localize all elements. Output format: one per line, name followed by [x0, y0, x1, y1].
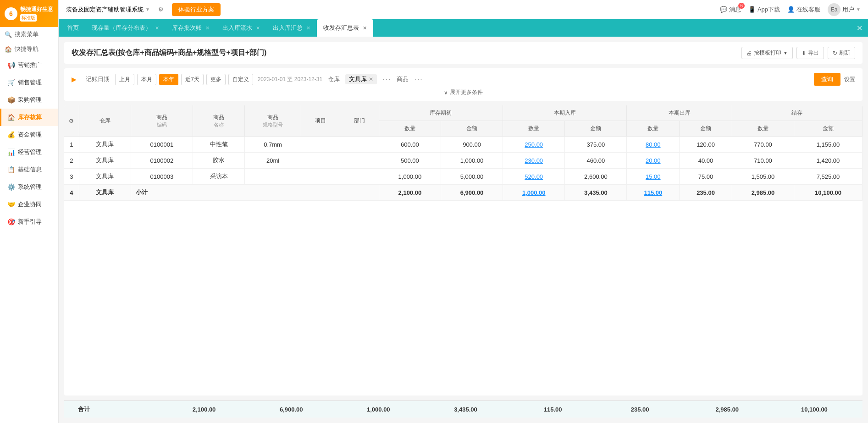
tab-home[interactable]: 首页 [61, 19, 85, 37]
refresh-icon: ↻ [833, 50, 837, 56]
cell-in-amt: 375.00 [565, 137, 627, 153]
search-menu-item[interactable]: 🔍 搜索菜单 [0, 27, 58, 42]
tab-in-out-summary[interactable]: 出入库汇总 ✕ [266, 19, 317, 37]
data-table-container: ⚙ 仓库 商品编码 商品名称 商品规格型号 项目 部门 库存期初 本期入库 本期… [64, 105, 862, 396]
sidebar-logo[interactable]: 6 畅捷通好生意 标准版 [0, 0, 58, 27]
tab-batch[interactable]: 库存批次账 ✕ [166, 19, 216, 37]
search-icon: 🔍 [5, 31, 12, 38]
cell-row-num: 1 [64, 137, 79, 153]
cell-out-qty[interactable]: 20.00 [627, 153, 680, 169]
setting-button[interactable]: 设置 [844, 76, 855, 83]
expand-conditions-button[interactable]: ∨ 展开更多条件 [444, 88, 483, 96]
th-warehouse: 仓库 [79, 105, 131, 137]
sidebar-item-finance[interactable]: 💰 资金管理 [0, 126, 58, 143]
tab-recv-send-summary[interactable]: 收发存汇总表 ✕ [317, 19, 373, 37]
tab-bar: 首页 现存量（库存分布表） ✕ 库存批次账 ✕ 出入库流水 ✕ 出入库汇总 ✕ … [59, 19, 868, 37]
collapse-arrow-icon[interactable]: ▶ [72, 76, 77, 83]
gear-button[interactable]: ⚙ [155, 3, 167, 16]
sidebar-item-sales[interactable]: 🛒 销售管理 [0, 74, 58, 91]
tab-close-in-out-flow[interactable]: ✕ [256, 25, 260, 31]
cell-warehouse: 文具库 [79, 137, 131, 153]
goods-more-dots[interactable]: ··· [414, 75, 423, 83]
quick-nav-item[interactable]: 🏠 快捷导航 [0, 42, 58, 56]
cell-dept [340, 169, 379, 185]
cell-opening-amt: 5,000.00 [441, 169, 503, 185]
print-button[interactable]: 🖨 按模板打印 ▼ [741, 47, 793, 59]
tab-close-inventory-dist[interactable]: ✕ [155, 25, 159, 31]
export-button[interactable]: ⬇ 导出 [796, 47, 824, 59]
query-button[interactable]: 查询 [814, 73, 840, 86]
sidebar-item-purchase[interactable]: 📦 采购管理 [0, 91, 58, 109]
tab-close-in-out-summary[interactable]: ✕ [306, 25, 310, 31]
cell-out-qty[interactable]: 15.00 [627, 169, 680, 185]
online-support-action[interactable]: 👤 在线客服 [787, 5, 820, 14]
support-icon: 👤 [787, 6, 795, 13]
date-btn-this-year[interactable]: 本年 [159, 74, 178, 85]
cell-subtotal-in-qty[interactable]: 1,000.00 [503, 185, 565, 201]
sidebar-item-business[interactable]: 📊 经营管理 [0, 143, 58, 161]
message-badge: 6 [738, 3, 745, 9]
main-area: 装备及固定资产辅助管理系统 ▼ ⚙ 体验行业方案 💬 消息 6 📱 App下载 … [59, 0, 868, 423]
th-project: 项目 [301, 105, 340, 137]
sidebar-item-guide[interactable]: 🎯 新手引导 [0, 213, 58, 231]
footer-opening-qty: 2,100.00 [160, 406, 248, 413]
cell-balance-amt: 1,155.00 [794, 137, 862, 153]
cell-opening-qty: 1,000.00 [379, 169, 441, 185]
system-name-text: 装备及固定资产辅助管理系统 [66, 5, 144, 14]
system-name-dropdown[interactable]: 装备及固定资产辅助管理系统 ▼ [66, 5, 150, 14]
th-goods-code: 商品编码 [131, 105, 193, 137]
cell-in-qty[interactable]: 250.00 [503, 137, 565, 153]
tab-close-batch[interactable]: ✕ [205, 25, 210, 31]
cell-subtotal-num: 4 [64, 185, 79, 201]
cell-balance-qty: 770.00 [732, 137, 794, 153]
date-btn-7days[interactable]: 近7天 [181, 74, 204, 85]
cell-goods-spec: 20ml [245, 153, 301, 169]
sidebar-item-enterprise[interactable]: 🤝 企业协同 [0, 196, 58, 213]
cell-out-qty[interactable]: 80.00 [627, 137, 680, 153]
sidebar-item-system[interactable]: ⚙️ 系统管理 [0, 178, 58, 196]
sidebar-item-inventory[interactable]: 🏠 库存核算 [0, 109, 58, 126]
trial-button[interactable]: 体验行业方案 [172, 3, 221, 16]
tab-close-recv-send-summary[interactable]: ✕ [363, 25, 367, 31]
date-btn-more[interactable]: 更多 [206, 74, 226, 85]
warehouse-tag-close[interactable]: ✕ [369, 76, 373, 82]
user-action[interactable]: Ea 用户 ▼ [828, 3, 861, 16]
cell-in-qty[interactable]: 520.00 [503, 169, 565, 185]
filter-bar: ▶ 记账日期 上月 本月 本年 近7天 更多 自定义 2023-01-01 至 … [64, 68, 862, 101]
tab-inventory-dist[interactable]: 现存量（库存分布表） ✕ [85, 19, 166, 37]
th-balance-amt: 金额 [794, 121, 862, 137]
th-goods-spec: 商品规格型号 [245, 105, 301, 137]
app-download-action[interactable]: 📱 App下载 [748, 5, 780, 14]
tab-bar-close-button[interactable]: ✕ [853, 24, 866, 33]
th-goods-name: 商品名称 [193, 105, 244, 137]
cell-row-num: 2 [64, 153, 79, 169]
cell-goods-code: 0100003 [131, 169, 193, 185]
sidebar-item-base[interactable]: 📋 基础信息 [0, 161, 58, 178]
cell-project [301, 169, 340, 185]
cell-warehouse: 文具库 [79, 169, 131, 185]
table-row: 2 文具库 0100002 胶水 20ml 500.00 1,000.00 23… [64, 153, 862, 169]
cell-balance-amt: 1,420.00 [794, 153, 862, 169]
tab-in-out-flow[interactable]: 出入库流水 ✕ [216, 19, 266, 37]
date-btn-custom[interactable]: 自定义 [228, 74, 253, 85]
header-left: 装备及固定资产辅助管理系统 ▼ ⚙ 体验行业方案 [66, 3, 221, 16]
warehouse-more-dots[interactable]: ··· [382, 75, 391, 83]
export-icon: ⬇ [802, 50, 806, 56]
date-btn-last-month[interactable]: 上月 [115, 74, 134, 85]
th-dept: 部门 [340, 105, 379, 137]
cell-in-qty[interactable]: 230.00 [503, 153, 565, 169]
cell-opening-qty: 600.00 [379, 137, 441, 153]
cell-subtotal-out-qty[interactable]: 115.00 [627, 185, 680, 201]
date-btn-this-month[interactable]: 本月 [137, 74, 156, 85]
message-action[interactable]: 💬 消息 6 [720, 5, 741, 14]
sidebar: 6 畅捷通好生意 标准版 🔍 搜索菜单 🏠 快捷导航 📢 营销推广 🛒 销售管理… [0, 0, 59, 423]
cell-opening-amt: 1,000.00 [441, 153, 503, 169]
table-row: 1 文具库 0100001 中性笔 0.7mm 600.00 900.00 25… [64, 137, 862, 153]
th-settings[interactable]: ⚙ [64, 105, 79, 137]
refresh-button[interactable]: ↻ 刷新 [828, 47, 855, 59]
th-group-in: 本期入库 [503, 105, 627, 121]
sidebar-item-marketing[interactable]: 📢 营销推广 [0, 56, 58, 74]
cell-subtotal-opening-qty: 2,100.00 [379, 185, 441, 201]
date-range-text: 2023-01-01 至 2023-12-31 [258, 76, 322, 83]
guide-icon: 🎯 [7, 218, 15, 226]
